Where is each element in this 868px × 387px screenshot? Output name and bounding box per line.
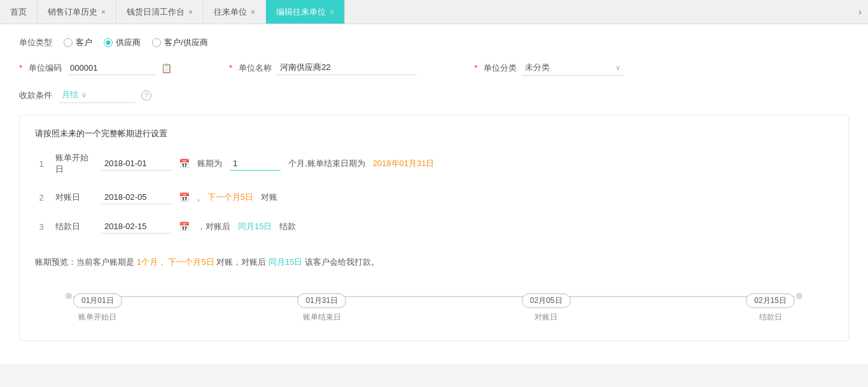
- timeline-node-1-pill: 01月01日: [73, 293, 122, 308]
- period-row-1-date[interactable]: [101, 157, 171, 171]
- tab-sales-history-label: 销售订单历史: [48, 6, 97, 18]
- period-row-3-date[interactable]: [101, 220, 171, 234]
- timeline-node-2: 01月31日 账单结束日: [297, 293, 346, 323]
- period-row-1-suffix-before: 账期为: [197, 158, 222, 169]
- unit-name-group: * 单位名称: [229, 61, 417, 75]
- unit-classify-arrow-icon: ∨: [615, 64, 620, 72]
- period-row-2-label: 对账日: [55, 192, 94, 203]
- period-row-1-num: 1: [35, 159, 48, 169]
- tab-more-button[interactable]: ›: [852, 0, 868, 24]
- radio-supplier[interactable]: 供应商: [104, 37, 141, 48]
- timeline-node-3-label: 对账日: [535, 312, 557, 323]
- unit-type-radio-group: 客户 供应商 客户/供应商: [64, 37, 208, 48]
- radio-both-circle: [152, 38, 161, 47]
- period-row-1: 1 账单开始日 📅 账期为 个月,账单结束日期为 2018年01月31日: [35, 152, 833, 175]
- unit-name-label: 单位名称: [239, 62, 272, 74]
- payment-help-icon[interactable]: ?: [141, 90, 151, 101]
- preview-part2: 下一个月5日: [168, 257, 214, 267]
- period-row-2-highlight: 下一个月5日: [207, 192, 253, 203]
- period-row-3-calendar-icon[interactable]: 📅: [179, 222, 190, 232]
- timeline-node-4-pill: 02月15日: [746, 293, 795, 308]
- period-row-2-calendar-icon[interactable]: 📅: [179, 192, 190, 202]
- close-cash-work-icon[interactable]: ×: [188, 8, 193, 17]
- timeline: 01月01日 账单开始日 01月31日 账单结束日 02月05日 对账日 02月…: [35, 283, 833, 328]
- period-row-1-month[interactable]: [230, 157, 281, 171]
- unit-type-row: 单位类型 客户 供应商 客户/供应商: [19, 37, 849, 48]
- tab-edit-contact-label: 编辑往来单位: [276, 6, 326, 18]
- period-row-2-suffix: 对账: [261, 192, 277, 203]
- timeline-node-2-pill: 01月31日: [297, 293, 346, 308]
- period-row-3-prefix: ，对账后: [197, 221, 230, 232]
- radio-customer-circle: [64, 38, 73, 47]
- unit-classify-label: 单位分类: [484, 62, 517, 74]
- close-edit-contact-icon[interactable]: ×: [330, 8, 334, 17]
- period-row-1-highlight-date: 2018年01月31日: [373, 158, 435, 169]
- section-title: 请按照未来的一个完整帐期进行设置: [35, 128, 833, 139]
- payment-condition-value: 月结: [62, 89, 78, 101]
- payment-condition-row: 收款条件 月结 ∨ ?: [19, 87, 849, 103]
- close-contacts-icon[interactable]: ×: [251, 8, 255, 17]
- preview-middle: 对账，对账后: [216, 257, 269, 267]
- radio-customer[interactable]: 客户: [64, 37, 92, 48]
- unit-name-input[interactable]: [277, 61, 417, 75]
- main-content: 单位类型 客户 供应商 客户/供应商 * 单位编码 📋 * 单位名称: [0, 24, 868, 364]
- radio-both[interactable]: 客户/供应商: [152, 37, 208, 48]
- tab-home-label: 首页: [10, 6, 27, 18]
- tab-sales-history[interactable]: 销售订单历史 ×: [38, 0, 116, 24]
- preview-part3: 同月15日: [269, 257, 302, 267]
- period-row-2-date[interactable]: [101, 190, 171, 204]
- radio-supplier-circle: [104, 38, 113, 47]
- preview-part1: 1个月，: [137, 257, 166, 267]
- timeline-node-1-label: 账单开始日: [78, 312, 116, 323]
- timeline-node-2-label: 账单结束日: [303, 312, 341, 323]
- payment-condition-arrow-icon: ∨: [81, 91, 87, 99]
- tab-edit-contact[interactable]: 编辑往来单位 ×: [266, 0, 345, 24]
- tab-cash-work[interactable]: 钱货日清工作台 ×: [116, 0, 204, 24]
- payment-condition-label: 收款条件: [19, 90, 52, 101]
- unit-classify-star: *: [474, 63, 477, 73]
- unit-code-group: * 单位编码 📋: [19, 61, 172, 75]
- unit-info-row: * 单位编码 📋 * 单位名称 * 单位分类 未分类 ∨: [19, 60, 849, 76]
- tabs-bar: 首页 销售订单历史 × 钱货日清工作台 × 往来单位 × 编辑往来单位 × ›: [0, 0, 868, 24]
- unit-classify-dropdown[interactable]: 未分类 ∨: [522, 60, 624, 76]
- period-row-2-prefix: ,: [197, 193, 200, 202]
- tab-contacts-label: 往来单位: [214, 6, 247, 18]
- radio-both-label: 客户/供应商: [164, 37, 208, 48]
- unit-name-star: *: [229, 63, 232, 73]
- period-row-3-highlight: 同月15日: [238, 221, 272, 232]
- timeline-node-4: 02月15日 结款日: [746, 293, 795, 323]
- unit-code-calendar-icon[interactable]: 📋: [161, 63, 172, 73]
- period-row-1-label: 账单开始日: [55, 152, 94, 175]
- unit-code-label: 单位编码: [29, 62, 62, 74]
- unit-type-label: 单位类型: [19, 37, 52, 48]
- timeline-node-4-label: 结款日: [759, 312, 782, 323]
- period-row-3: 3 结款日 📅 ，对账后 同月15日 结款: [35, 220, 833, 234]
- preview-suffix: 该客户会给我打款。: [305, 257, 379, 267]
- timeline-node-1: 01月01日 账单开始日: [73, 293, 122, 323]
- tab-home[interactable]: 首页: [0, 0, 38, 24]
- timeline-nodes: 01月01日 账单开始日 01月31日 账单结束日 02月05日 对账日 02月…: [35, 293, 833, 323]
- tab-cash-work-label: 钱货日清工作台: [127, 6, 185, 18]
- payment-condition-dropdown[interactable]: 月结 ∨: [59, 87, 135, 103]
- unit-code-star: *: [19, 63, 22, 73]
- unit-code-input[interactable]: [67, 61, 156, 75]
- period-row-2-num: 2: [35, 193, 48, 202]
- timeline-node-3-pill: 02月05日: [522, 293, 571, 308]
- close-sales-history-icon[interactable]: ×: [101, 8, 106, 17]
- tab-contacts[interactable]: 往来单位 ×: [204, 0, 266, 24]
- preview-text: 账期预览：当前客户账期是 1个月， 下一个月5日 对账，对账后 同月15日 该客…: [35, 249, 833, 268]
- preview-label: 账期预览：当前客户账期是: [35, 257, 134, 267]
- period-row-3-label: 结款日: [55, 221, 94, 232]
- radio-customer-label: 客户: [76, 37, 92, 48]
- unit-classify-value: 未分类: [525, 62, 550, 73]
- period-row-3-suffix: 结款: [279, 221, 296, 232]
- unit-classify-group: * 单位分类 未分类 ∨: [474, 60, 624, 76]
- period-row-1-suffix-after: 个月,账单结束日期为: [288, 158, 365, 169]
- timeline-node-3: 02月05日 对账日: [522, 293, 571, 323]
- period-row-3-num: 3: [35, 222, 48, 232]
- radio-supplier-label: 供应商: [116, 37, 141, 48]
- period-row-1-calendar-icon[interactable]: 📅: [179, 158, 190, 169]
- period-settings-section: 请按照未来的一个完整帐期进行设置 1 账单开始日 📅 账期为 个月,账单结束日期…: [19, 115, 849, 341]
- period-row-2: 2 对账日 📅 , 下一个月5日 对账: [35, 190, 833, 204]
